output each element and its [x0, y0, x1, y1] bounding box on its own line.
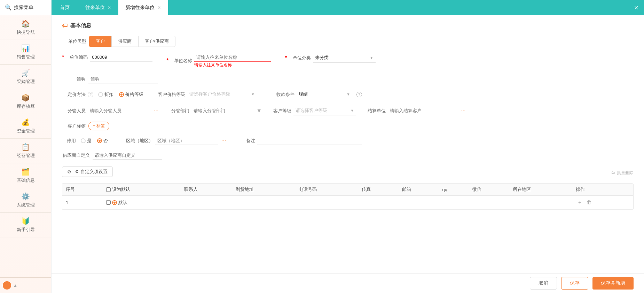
unit-code-input[interactable]: [90, 53, 152, 62]
sidebar-label-finance: 资金管理: [17, 128, 35, 134]
cancel-button[interactable]: 取消: [530, 277, 557, 290]
finance-icon: 💰: [21, 118, 30, 127]
unit-name-input[interactable]: [194, 53, 271, 62]
save-button[interactable]: 保存: [561, 277, 588, 290]
sidebar-item-quick-nav[interactable]: 🏠 快捷导航: [0, 15, 51, 40]
row-checkbox[interactable]: [106, 200, 111, 205]
pricing-help-icon[interactable]: ?: [88, 92, 93, 97]
tab-counterparty-close[interactable]: ✕: [108, 5, 111, 10]
col-default-label: 设为默认: [112, 186, 130, 193]
system-icon: ⚙️: [21, 192, 30, 201]
unit-type-group: 客户 供应商 客户/供应商: [89, 36, 175, 47]
row-default: 默认: [103, 196, 181, 210]
remark-input[interactable]: [257, 137, 362, 145]
customer-price-field: 客户价格等级 请选择客户价格等级 ▼: [157, 90, 257, 99]
department-arrow: ▼: [256, 108, 262, 114]
sidebar-search[interactable]: 🔍 搜索菜单: [0, 0, 51, 15]
pricing-radio-price-level[interactable]: 价格等级: [119, 91, 143, 98]
tab-new-counterparty-close[interactable]: ✕: [157, 5, 161, 10]
region-dots[interactable]: ···: [220, 138, 227, 144]
department-input[interactable]: [191, 107, 254, 115]
save-new-button[interactable]: 保存并新增: [592, 277, 634, 290]
tags-label: 客户标签: [62, 123, 86, 129]
operation-icon: 📋: [21, 143, 30, 151]
settlement-input[interactable]: [388, 107, 457, 115]
payment-condition-label: 收款条件: [271, 91, 294, 98]
unit-type-btn-customer[interactable]: 客户: [89, 36, 111, 47]
sidebar-item-basic[interactable]: 🗂️ 基础信息: [0, 163, 51, 188]
user-avatar: [3, 281, 11, 290]
col-fax: 传真: [358, 184, 399, 196]
tab-counterparty-label: 往来单位: [85, 5, 105, 11]
pricing-label: 定价方法: [62, 91, 86, 98]
disable-radio-yes-circle: [81, 138, 86, 143]
sidebar-item-sales[interactable]: 📊 销售管理: [0, 40, 51, 65]
settlement-dots[interactable]: ···: [460, 108, 467, 114]
row-disable: 停用 是 否 区域（地区） ···: [62, 137, 634, 145]
sidebar-item-system[interactable]: ⚙️ 系统管理: [0, 188, 51, 213]
region-input[interactable]: [155, 137, 218, 145]
col-address: 到货地址: [232, 184, 295, 196]
home-icon: 🏠: [21, 19, 30, 28]
batch-delete-button[interactable]: 🗂 批量删除: [611, 170, 634, 176]
supplier-custom-input[interactable]: [93, 151, 162, 160]
unit-code-field: * 单位编码: [62, 53, 152, 62]
row-add-button[interactable]: ＋: [576, 198, 584, 206]
row-short-name: 简称: [62, 75, 634, 83]
custom-settings-button[interactable]: ⚙ ⚙ 自定义项设置: [62, 166, 113, 177]
unit-type-btn-supplier[interactable]: 供应商: [111, 36, 138, 47]
pricing-radio-discount[interactable]: 折扣: [98, 91, 113, 98]
row-default-radio[interactable]: 默认: [112, 200, 127, 206]
col-email: 邮箱: [399, 184, 439, 196]
customer-price-label: 客户价格等级: [157, 91, 185, 98]
manager-input[interactable]: [88, 107, 150, 115]
payment-help-icon[interactable]: ?: [356, 92, 362, 97]
customer-price-placeholder: 请选择客户价格等级: [189, 91, 230, 97]
tab-counterparty[interactable]: 往来单位 ✕: [78, 0, 118, 15]
sidebar-item-guide[interactable]: 🔰 新手引导: [0, 213, 51, 237]
row-actions: ＋ 🗑: [572, 196, 633, 210]
col-phone: 电话号码: [295, 184, 358, 196]
disable-radio-yes[interactable]: 是: [81, 138, 92, 144]
customer-price-select[interactable]: 请选择客户价格等级 ▼: [187, 90, 257, 99]
unit-name-required: *: [166, 58, 168, 64]
tab-home[interactable]: 首页: [52, 0, 78, 15]
sidebar-bottom[interactable]: ▲: [0, 277, 51, 293]
customer-level-arrow: ▼: [350, 108, 354, 113]
row-address: [232, 196, 295, 210]
payment-condition-select[interactable]: 现结 ▼: [297, 90, 352, 99]
sidebar-item-purchase[interactable]: 🛒 采购管理: [0, 65, 51, 89]
disable-radio-no-circle: [97, 138, 102, 143]
col-action: 操作: [572, 184, 633, 196]
row-delete-button[interactable]: 🗑: [585, 198, 593, 206]
tab-home-label: 首页: [60, 5, 70, 11]
sidebar-item-operation[interactable]: 📋 经营管理: [0, 139, 51, 163]
tabs-bar: 首页 往来单位 ✕ 新增往来单位 ✕ ✕: [52, 0, 644, 15]
section-title-text: 基本信息: [70, 22, 91, 29]
sidebar-item-finance[interactable]: 💰 资金管理: [0, 114, 51, 139]
manager-dots[interactable]: ···: [152, 108, 160, 114]
pricing-field: 定价方法 ? 折扣 价格等级: [62, 91, 143, 98]
payment-condition-field: 收款条件 现结 ▼ ?: [271, 90, 362, 99]
customer-level-label: 客户等级: [272, 108, 291, 114]
select-all-checkbox[interactable]: [106, 187, 111, 192]
col-region: 所在地区: [509, 184, 572, 196]
sidebar-item-inventory[interactable]: 📦 库存核算: [0, 89, 51, 114]
row-manager: 分管人员 ··· 分管部门 ▼ 客户等级 请选择客户等级 ▼: [62, 106, 634, 115]
tabs-close-all[interactable]: ✕: [628, 5, 644, 11]
tab-new-counterparty[interactable]: 新增往来单位 ✕: [118, 0, 168, 15]
batch-delete-icon: 🗂: [611, 170, 615, 175]
department-label: 分管部门: [170, 108, 189, 114]
unit-category-field: * 单位分类 未分类 ▼: [285, 53, 375, 63]
customer-level-select[interactable]: 请选择客户等级 ▼: [293, 106, 356, 115]
disable-radio-no[interactable]: 否: [97, 138, 108, 144]
row-email: [399, 196, 439, 210]
short-name-input[interactable]: [88, 75, 158, 83]
col-default: 设为默认: [103, 184, 181, 196]
row-seq: 1: [62, 196, 103, 210]
sidebar-label-system: 系统管理: [17, 202, 35, 208]
add-tag-button[interactable]: + 标签: [88, 122, 109, 130]
unit-category-select[interactable]: 未分类 ▼: [313, 53, 376, 63]
unit-type-btn-both[interactable]: 客户/供应商: [138, 36, 175, 47]
unit-code-label: 单位编码: [67, 54, 88, 60]
